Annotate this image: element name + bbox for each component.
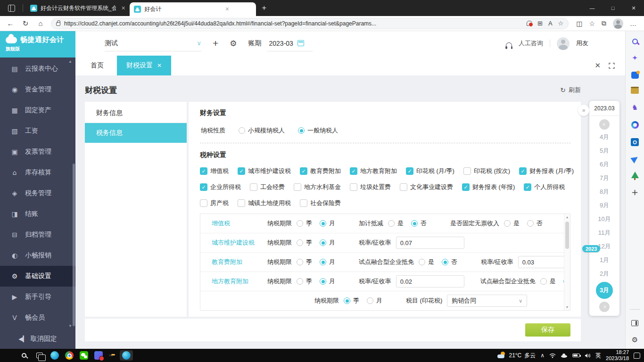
checkbox-culture-fee[interactable]: ✓文化事业建设费 [400, 183, 453, 191]
sidebar-item-archive[interactable]: ⊟归档管理 [0, 224, 75, 245]
unpin-sidebar-button[interactable]: ◀▎ 取消固定 [0, 329, 75, 349]
radio-small-scale[interactable]: 小规模纳税人 [239, 126, 285, 135]
copilot-icon[interactable]: ✦ [631, 54, 639, 62]
tax-name-link[interactable]: 地方教育附加 [212, 277, 267, 286]
read-aloud-icon[interactable]: A [548, 20, 553, 27]
maximize-button[interactable]: □ [603, 0, 623, 16]
period-picker[interactable]: 2023-03 [267, 35, 313, 51]
tab-close-icon[interactable]: ✕ [121, 5, 125, 11]
refresh-button[interactable]: ↻ 刷新 [560, 86, 581, 94]
checkbox-corporate-income[interactable]: ✓企业所得税 [200, 183, 241, 191]
tree-icon[interactable] [631, 172, 639, 178]
messenger-icon[interactable] [630, 154, 639, 163]
checkbox-garbage-fee[interactable]: ✓垃圾处置费 [350, 183, 391, 191]
checkbox-personal-income[interactable]: ✓个人所得税 [524, 183, 565, 191]
radio-no[interactable]: 否 [442, 258, 457, 266]
subnav-tax-info[interactable]: 税务信息 [85, 123, 187, 143]
scrollbar-thumb[interactable] [565, 222, 569, 249]
radio-no[interactable]: 否 [527, 219, 543, 228]
support-link[interactable]: 人工咨询 [519, 39, 543, 48]
taskbar-app-chrome[interactable] [65, 351, 74, 360]
month-item[interactable]: 1月 [600, 253, 609, 267]
taskbar-app-edge-active[interactable] [120, 350, 133, 361]
tax-name-link[interactable]: 城市维护建设税 [212, 239, 267, 247]
month-item-selected[interactable]: 3月 [596, 282, 613, 299]
sidebar-item-closing[interactable]: ◨结账 [0, 204, 75, 224]
checkbox-stamp-monthly[interactable]: ✓印花税 (月/季) [406, 167, 454, 175]
checkbox-property-tax[interactable]: ✓房产税 [200, 199, 229, 207]
tab-close-icon[interactable]: ✕ [225, 6, 229, 12]
radio-yes[interactable]: 是 [388, 219, 404, 228]
sidebar-item-guide[interactable]: ▶新手引导 [0, 287, 75, 307]
sidebar-item-invoices[interactable]: ▣发票管理 [0, 141, 75, 162]
company-selector[interactable]: 测试 ∨ [105, 35, 201, 51]
month-item[interactable]: 9月 [600, 198, 609, 212]
sidebar-item-salary[interactable]: ▧工资 [0, 121, 75, 141]
more-menu-icon[interactable]: … [630, 20, 636, 27]
month-item[interactable]: 10月 [598, 212, 611, 226]
close-all-icon[interactable]: ✕ [594, 61, 601, 70]
close-button[interactable]: ✕ [623, 0, 644, 16]
browser-profile-avatar[interactable] [613, 18, 623, 29]
radio-quarter[interactable]: 季 [344, 296, 359, 305]
menu-scroll-up-icon[interactable]: ▲ [68, 59, 72, 64]
notification-center-icon[interactable] [634, 353, 640, 359]
account-settings-icon[interactable]: ⚙ [230, 39, 237, 48]
calendar-scroll-down-button[interactable]: « [599, 302, 610, 312]
home-button[interactable]: ⌂ [34, 19, 47, 27]
address-bar[interactable]: https://cloud2.chanjet.com/accounting/uh… [51, 18, 569, 29]
sidebar-item-inventory[interactable]: ⌂库存核算 [0, 162, 75, 183]
calendar-collapse-button[interactable]: » [578, 105, 589, 116]
checkbox-union-funds[interactable]: ✓工会经费 [250, 183, 285, 191]
sidebar-item-reimburse[interactable]: ◐小畅报销 [0, 245, 75, 266]
microsoft365-icon[interactable] [631, 121, 639, 129]
radio-yes[interactable]: 是 [504, 219, 520, 228]
apps-icon[interactable]: ⊞ [537, 20, 543, 27]
favorites-icon[interactable]: ☆ [589, 20, 595, 27]
battery-icon[interactable] [572, 354, 580, 357]
add-sidebar-item-icon[interactable]: + [631, 188, 639, 196]
volume-icon[interactable] [585, 353, 591, 358]
radio-yes[interactable]: 是 [540, 277, 556, 286]
calendar-scroll-up-button[interactable]: « [599, 119, 610, 130]
checkbox-local-education[interactable]: ✓地方教育附加 [350, 167, 397, 175]
month-item[interactable]: 5月 [600, 144, 609, 157]
sidebar-item-funds[interactable]: ◉资金管理 [0, 79, 75, 100]
add-account-button[interactable]: + [213, 38, 218, 49]
checkbox-fin-report-monthly[interactable]: ✓财务报表 (月/季) [519, 167, 574, 175]
taskbar-app-wechat[interactable] [80, 351, 88, 360]
weather-widget[interactable]: 21°C 多云 [497, 352, 536, 360]
user-avatar[interactable] [557, 37, 570, 50]
radio-month[interactable]: 月 [320, 219, 335, 228]
outlook-icon[interactable]: O [631, 138, 639, 146]
hide-sidebar-icon[interactable] [631, 320, 638, 326]
radio-month[interactable]: 月 [320, 277, 335, 286]
subnav-finance-info[interactable]: 财务信息 [85, 103, 187, 123]
rate-input[interactable] [396, 237, 464, 249]
sidebar-settings-gear-icon[interactable]: ⚙ [631, 336, 639, 344]
taskbar-app-browser[interactable] [50, 351, 59, 360]
tab-home[interactable]: 首页 [91, 61, 104, 70]
shopping-icon[interactable] [631, 72, 639, 79]
month-item[interactable]: 4月 [600, 130, 609, 144]
radio-quarter[interactable]: 季 [297, 277, 312, 286]
sidebar-item-fixed-assets[interactable]: ▦固定资产 [0, 100, 75, 121]
save-button[interactable]: 保存 [525, 323, 570, 337]
month-item[interactable]: 7月 [600, 171, 609, 185]
fullscreen-icon[interactable] [609, 63, 615, 69]
stamp-item-select[interactable]: 购销合同 ∨ [447, 295, 527, 307]
checkbox-water-fund[interactable]: ✓地方水利基金 [294, 183, 341, 191]
scroll-down-icon[interactable]: ▼ [566, 305, 569, 309]
checkbox-land-use-tax[interactable]: ✓城镇土地使用税 [238, 199, 291, 207]
rate-input[interactable] [518, 256, 570, 268]
search-icon[interactable] [632, 39, 638, 44]
sidebar-item-member[interactable]: V畅会员 [0, 307, 75, 328]
menu-scroll-down-icon[interactable]: ▼ [68, 324, 72, 328]
browser-tab-inactive[interactable]: 好会计云财务软件管理系统_会计 ✕ [26, 0, 130, 16]
checkbox-vat[interactable]: ✓增值税 [200, 167, 229, 175]
month-item[interactable]: 6月 [600, 157, 609, 171]
browser-tab-active[interactable]: 好会计 ✕ [130, 2, 256, 16]
clock[interactable]: 18:27 2023/3/18 [606, 349, 629, 362]
radio-no[interactable]: 否 [411, 219, 427, 228]
radio-quarter[interactable]: 季 [297, 258, 312, 266]
